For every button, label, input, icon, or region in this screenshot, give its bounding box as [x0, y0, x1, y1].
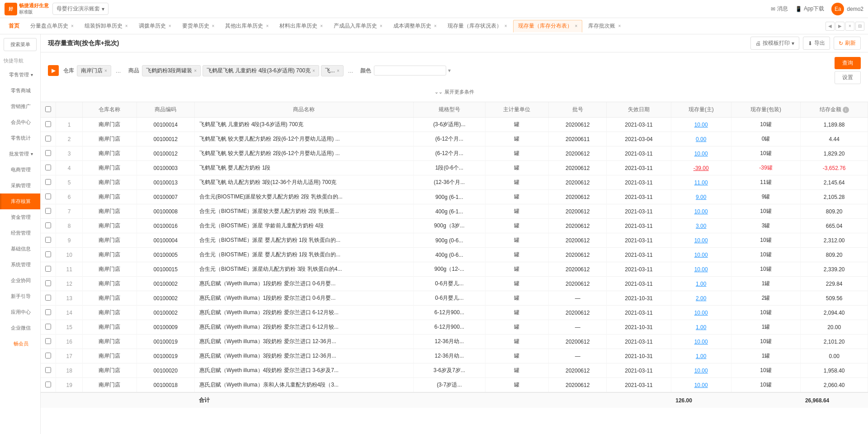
row-checkbox[interactable]: [45, 193, 51, 199]
remove-tag-icon[interactable]: ×: [312, 68, 315, 73]
remove-tag-icon[interactable]: ×: [104, 68, 107, 73]
stock-main-link[interactable]: 11.00: [694, 179, 708, 186]
row-checkbox[interactable]: [45, 150, 51, 156]
message-btn[interactable]: ✉ 消息: [771, 5, 788, 13]
sidebar-item-operation[interactable]: 经营管理: [0, 225, 40, 241]
sidebar-item-wholesale[interactable]: 批发管理 ▾: [0, 146, 40, 162]
row-checkbox[interactable]: [45, 179, 51, 185]
balance-info-icon[interactable]: i: [843, 107, 849, 113]
stock-main-link[interactable]: 2.00: [696, 295, 706, 302]
tab-close-icon[interactable]: ×: [125, 24, 128, 28]
tab-close-icon[interactable]: ×: [380, 24, 382, 28]
sidebar-item-new-guide[interactable]: 新手引导: [0, 288, 40, 304]
sidebar-item-purchase[interactable]: 采购管理: [0, 178, 40, 193]
sidebar-item-marketing[interactable]: 营销推广: [0, 99, 40, 114]
row-checkbox[interactable]: [45, 165, 51, 170]
tab-next-btn[interactable]: ▶: [835, 22, 844, 31]
workspace-selector[interactable]: 母婴行业演示账套 ▾: [52, 3, 108, 15]
sidebar-item-app-center[interactable]: 应用中心: [0, 304, 40, 320]
tab-product-in[interactable]: 产成品入库单历史 ×: [329, 20, 387, 33]
tab-mix[interactable]: 调拨单历史 ×: [134, 20, 176, 33]
sidebar-item-vip[interactable]: 畅会员: [0, 336, 40, 352]
product-filter-more-btn[interactable]: ...: [345, 66, 356, 75]
tab-menu-btn[interactable]: ⊟: [855, 22, 864, 31]
row-checkbox[interactable]: [45, 382, 51, 387]
warehouse-tag-nanao[interactable]: 南岸门店 ×: [77, 65, 111, 76]
tab-close-icon[interactable]: ×: [169, 24, 171, 28]
tab-prev-btn[interactable]: ◀: [826, 22, 835, 31]
stock-main-link[interactable]: 1.00: [696, 281, 706, 287]
app-download-btn[interactable]: 📱 App下载: [795, 5, 824, 13]
tab-cost-adjust[interactable]: 成本调整单历史 ×: [388, 20, 442, 33]
tab-close-icon[interactable]: ×: [434, 24, 437, 28]
setting-btn[interactable]: 设置: [835, 71, 861, 84]
tab-material-out[interactable]: 材料出库单历史 ×: [274, 20, 328, 33]
stock-main-link[interactable]: -39.00: [693, 165, 709, 171]
tab-home[interactable]: 首页: [4, 20, 24, 33]
stock-main-link[interactable]: 3.00: [696, 223, 706, 229]
tab-close-icon[interactable]: ×: [618, 24, 621, 28]
filter-more-btn[interactable]: ...: [113, 66, 124, 75]
row-checkbox[interactable]: [45, 208, 51, 214]
sidebar-item-finance[interactable]: 资金管理: [0, 209, 40, 225]
stock-main-link[interactable]: 10.00: [694, 208, 708, 215]
row-checkbox[interactable]: [45, 237, 51, 243]
stock-main-link[interactable]: 10.00: [694, 266, 708, 273]
sidebar-item-enterprise-wx[interactable]: 企业微信: [0, 320, 40, 336]
stock-main-link[interactable]: 10.00: [694, 310, 708, 316]
remove-tag-icon[interactable]: ×: [337, 68, 340, 73]
tab-close-icon[interactable]: ×: [505, 24, 507, 28]
refresh-btn[interactable]: ↻ 刷新: [834, 37, 861, 50]
remove-tag-icon[interactable]: ×: [194, 68, 197, 73]
sidebar-item-retail[interactable]: 零售管理 ▾: [0, 67, 40, 83]
tab-stock-status[interactable]: 现存量（库存状况表） ×: [443, 20, 512, 33]
export-btn[interactable]: ⬇ 导出: [803, 37, 830, 50]
product-tag-more[interactable]: 飞... ×: [321, 65, 344, 76]
sidebar-item-inventory[interactable]: 库存核算: [0, 193, 40, 209]
sidebar-item-system[interactable]: 系统管理: [0, 257, 40, 273]
sidebar-item-ecommerce[interactable]: 电商管理: [0, 162, 40, 178]
row-checkbox[interactable]: [45, 251, 51, 257]
tab-disassemble[interactable]: 组装拆卸单历史 ×: [80, 20, 133, 33]
stock-main-link[interactable]: 1.00: [696, 324, 706, 330]
sidebar-item-basic[interactable]: 基础信息: [0, 241, 40, 257]
product-tag-1[interactable]: 飞鹤奶粉3段两罐装 ×: [142, 65, 201, 76]
search-menu-btn[interactable]: 搜索菜单: [4, 38, 37, 51]
row-checkbox[interactable]: [45, 324, 51, 330]
row-checkbox[interactable]: [45, 367, 51, 373]
tab-close-icon[interactable]: ×: [320, 24, 323, 28]
user-area[interactable]: Ea demo2: [831, 3, 863, 15]
filter-expand-btn[interactable]: ▶: [48, 65, 59, 76]
tab-close-icon[interactable]: ×: [212, 24, 215, 28]
product-tag-2[interactable]: 飞鹤星飞帆 儿童奶粉 4段(3-6岁适用) 700克 ×: [203, 65, 319, 76]
tab-other-out[interactable]: 其他出库单历史 ×: [220, 20, 274, 33]
row-checkbox[interactable]: [45, 295, 51, 301]
tab-batch-ledger[interactable]: 库存批次账 ×: [583, 20, 626, 33]
row-checkbox[interactable]: [45, 266, 51, 272]
sidebar-item-retail-stats[interactable]: 零售统计: [0, 130, 40, 146]
tab-stock-dist[interactable]: 现存量（库存分布表） ×: [513, 20, 583, 33]
tab-close-icon[interactable]: ×: [266, 24, 269, 28]
tab-split-inventory[interactable]: 分量盘点单历史 ×: [25, 20, 79, 33]
tab-close-icon[interactable]: ×: [575, 24, 578, 28]
stock-main-link[interactable]: 10.00: [694, 368, 708, 374]
sidebar-item-members[interactable]: 会员中心: [0, 114, 40, 130]
stock-main-link[interactable]: 10.00: [694, 339, 708, 345]
stock-main-link[interactable]: 10.00: [694, 382, 708, 388]
row-checkbox[interactable]: [45, 309, 51, 315]
color-input[interactable]: [374, 66, 446, 75]
row-checkbox[interactable]: [45, 121, 51, 127]
sidebar-item-enterprise[interactable]: 企业协同: [0, 273, 40, 288]
query-btn[interactable]: 查询: [835, 57, 861, 69]
expand-more-btn[interactable]: ⌄⌄ 展开更多条件: [433, 87, 476, 97]
tab-close-icon[interactable]: ×: [71, 24, 74, 28]
row-checkbox[interactable]: [45, 136, 51, 142]
stock-main-link[interactable]: 1.00: [696, 353, 706, 359]
stock-main-link[interactable]: 9.00: [696, 194, 706, 200]
row-checkbox[interactable]: [45, 338, 51, 344]
select-all-checkbox[interactable]: [45, 106, 51, 112]
tab-close-all-btn[interactable]: ×: [845, 22, 854, 31]
stock-main-link[interactable]: 10.00: [694, 122, 708, 128]
row-checkbox[interactable]: [45, 353, 51, 359]
stock-main-link[interactable]: 10.00: [694, 151, 708, 157]
